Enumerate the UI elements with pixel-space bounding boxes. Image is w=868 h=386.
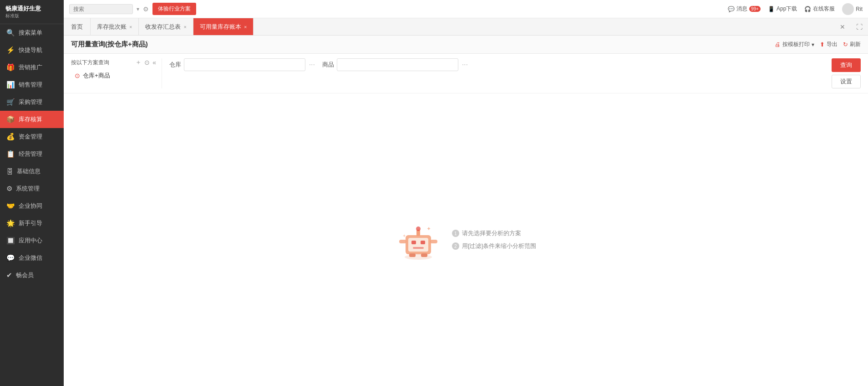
sidebar-item-label: 库存核算 <box>19 115 42 124</box>
avatar <box>842 3 854 15</box>
sidebar-item-app-center[interactable]: 🔲应用中心 <box>0 232 64 249</box>
filter-scheme-actions: ＋ ⊙ « <box>135 58 156 67</box>
hint-number-2: 2 <box>452 242 459 250</box>
message-icon: 💬 <box>728 6 735 12</box>
svg-rect-9 <box>430 240 437 243</box>
warehouse-input[interactable] <box>184 58 305 71</box>
tab-available-stock[interactable]: 可用量库存账本× <box>193 18 254 35</box>
system-icon: ⚙ <box>6 185 12 193</box>
topbar-right: 💬 消息 99+ 📱 App下载 🎧 在线客服 Rit <box>728 3 863 15</box>
svg-text:✦: ✦ <box>402 233 406 238</box>
product-label: 商品 <box>322 61 334 69</box>
sidebar-item-label: 系统管理 <box>16 185 40 193</box>
tab-close-icon[interactable]: × <box>183 24 186 30</box>
tab-receipt-summary[interactable]: 收发存汇总表× <box>139 18 193 35</box>
empty-state: ✦ ✦ 1 请先选择要分析的方案 2 用[过滤]条件来缩小分析范围 <box>64 93 868 386</box>
tab-close-icon[interactable]: × <box>129 24 132 30</box>
sidebar-item-label: 资金管理 <box>19 133 42 141</box>
sidebar-item-label: 营销推广 <box>19 63 42 72</box>
sidebar-item-label: 搜索菜单 <box>19 29 42 37</box>
app-download-button[interactable]: 📱 App下载 <box>768 5 797 13</box>
sidebar-item-shortcut[interactable]: ⚡快捷导航 <box>0 41 64 59</box>
sidebar-item-member[interactable]: ✔畅会员 <box>0 267 64 284</box>
gear-icon[interactable]: ⚙ <box>143 5 149 13</box>
export-button[interactable]: ⬆ 导出 <box>820 41 838 48</box>
sidebar-item-label: 畅会员 <box>16 271 34 279</box>
scheme-item-label: 仓库+商品 <box>83 72 110 80</box>
add-scheme-icon[interactable]: ＋ <box>135 58 142 67</box>
tab-label: 库存批次账 <box>97 23 127 31</box>
sidebar-item-search[interactable]: 🔍搜索菜单 <box>0 24 64 41</box>
refresh-label: 刷新 <box>850 41 861 48</box>
sidebar-item-label: 基础信息 <box>17 167 41 175</box>
warehouse-more-icon[interactable]: ··· <box>309 61 315 69</box>
tab-end-buttons: ✕ ⛶ <box>834 18 868 35</box>
svg-rect-11 <box>421 253 427 257</box>
svg-rect-2 <box>408 238 428 252</box>
app-center-icon: 🔲 <box>6 237 15 245</box>
filter-settings-button[interactable]: 设置 <box>832 75 861 88</box>
sidebar-item-label: 经营管理 <box>19 150 42 158</box>
message-button[interactable]: 💬 消息 99+ <box>728 5 761 13</box>
user-avatar[interactable]: Rit <box>842 3 863 15</box>
filter-field-warehouse: 仓库 ··· <box>169 58 315 71</box>
inventory-icon: 📦 <box>6 115 15 124</box>
filter-field-product: 商品 ··· <box>322 58 468 71</box>
print-button[interactable]: 🖨 按模板打印 ▾ <box>775 41 814 48</box>
sidebar-item-label: 企业微信 <box>19 254 42 262</box>
online-service-button[interactable]: 🎧 在线客服 <box>804 5 835 13</box>
sidebar-item-operations[interactable]: 📋经营管理 <box>0 145 64 163</box>
product-input[interactable] <box>337 58 458 71</box>
print-dropdown-icon[interactable]: ▾ <box>812 41 814 48</box>
tab-batch-account[interactable]: 库存批次账× <box>91 18 139 35</box>
svg-point-7 <box>416 226 421 231</box>
collapse-scheme-icon[interactable]: « <box>152 59 156 66</box>
empty-hint-2: 2 用[过滤]条件来缩小分析范围 <box>452 242 536 250</box>
print-label: 按模板打印 <box>782 41 810 48</box>
expand-icon[interactable]: ⛶ <box>851 23 868 31</box>
page: 可用量查询(按仓库+商品) 🖨 按模板打印 ▾ ⬆ 导出 ↻ 刷新 <box>64 36 868 386</box>
search-input[interactable] <box>69 4 133 14</box>
filter-fields: 仓库 ··· 商品 ··· <box>162 58 826 88</box>
sidebar-item-marketing-promo[interactable]: 🎁营销推广 <box>0 59 64 76</box>
tab-home[interactable]: 首页 <box>64 18 91 35</box>
sidebar-item-new-guide[interactable]: 🌟新手引导 <box>0 215 64 232</box>
scheme-item-warehouse-product[interactable]: ⊙ 仓库+商品 <box>71 69 156 82</box>
sidebar-item-basic-info[interactable]: 🗄基础信息 <box>0 163 64 180</box>
sidebar-item-label: 快捷导航 <box>19 46 42 54</box>
username-label: Rit <box>856 6 863 12</box>
close-tab-icon[interactable]: ✕ <box>834 23 851 31</box>
marketing-promo-icon: 🎁 <box>6 63 15 72</box>
purchase-icon: 🛒 <box>6 98 15 106</box>
hint-number-1: 1 <box>452 230 459 237</box>
svg-rect-3 <box>411 241 416 244</box>
sidebar-item-cooperation[interactable]: 🤝企业协同 <box>0 197 64 215</box>
sidebar-item-system[interactable]: ⚙系统管理 <box>0 180 64 197</box>
sidebar-item-inventory[interactable]: 📦库存核算 <box>0 111 64 128</box>
topbar: ▾ ⚙ 体验行业方案 💬 消息 99+ 📱 App下载 🎧 在线客服 Rit <box>64 0 868 18</box>
sidebar-item-purchase[interactable]: 🛒采购管理 <box>0 93 64 111</box>
filter-action-col: 查询 设置 <box>826 58 861 88</box>
headset-icon: 🎧 <box>804 6 811 12</box>
sidebar-item-sales[interactable]: 📊销售管理 <box>0 76 64 93</box>
product-more-icon[interactable]: ··· <box>462 61 468 69</box>
sidebar-item-finance[interactable]: 💰资金管理 <box>0 128 64 145</box>
sidebar-item-label: 应用中心 <box>19 237 42 245</box>
page-header: 可用量查询(按仓库+商品) 🖨 按模板打印 ▾ ⬆ 导出 ↻ 刷新 <box>64 36 868 54</box>
sidebar-logo: 畅康通好生意 标准版 <box>0 0 64 24</box>
svg-point-0 <box>405 254 432 260</box>
tab-label: 首页 <box>71 23 83 31</box>
sidebar-item-enterprise-wechat[interactable]: 💬企业微信 <box>0 249 64 267</box>
basic-info-icon: 🗄 <box>6 168 13 175</box>
chevron-down-icon[interactable]: ▾ <box>137 6 139 12</box>
settings-scheme-icon[interactable]: ⊙ <box>144 59 150 66</box>
sidebar-scroll: 🔍搜索菜单⚡快捷导航🎁营销推广📊销售管理🛒采购管理📦库存核算💰资金管理📋经营管理… <box>0 24 64 386</box>
page-header-actions: 🖨 按模板打印 ▾ ⬆ 导出 ↻ 刷新 <box>775 41 861 48</box>
industry-solution-button[interactable]: 体验行业方案 <box>152 3 196 15</box>
query-button[interactable]: 查询 <box>832 58 861 72</box>
app-download-label: App下载 <box>777 5 797 13</box>
refresh-button[interactable]: ↻ 刷新 <box>843 41 861 48</box>
app-name: 畅康通好生意 <box>5 5 58 13</box>
new-guide-icon: 🌟 <box>6 219 15 227</box>
tab-close-icon[interactable]: × <box>244 24 247 30</box>
